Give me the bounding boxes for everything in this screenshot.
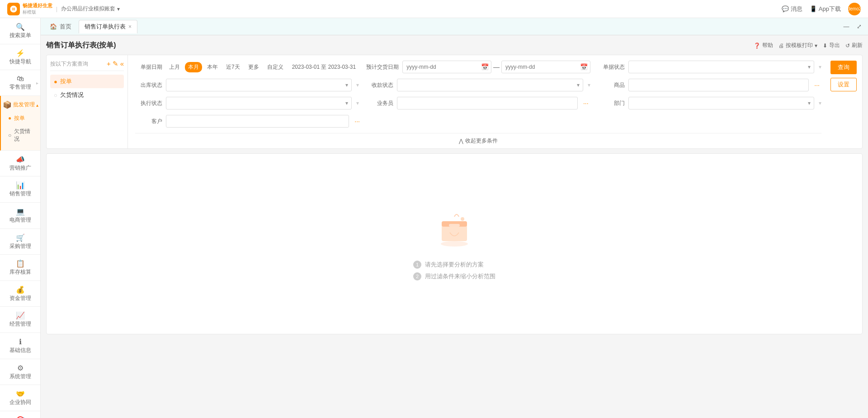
dept-select[interactable]	[628, 97, 814, 109]
sidebar-item-finance[interactable]: 💰 资金管理	[0, 281, 40, 307]
print-button[interactable]: 🖨 按模板打印 ▾	[778, 42, 817, 49]
tab-maximize-button[interactable]: ⤢	[854, 21, 864, 32]
query-button[interactable]: 查询	[830, 61, 857, 74]
period-7days[interactable]: 近7天	[223, 62, 243, 72]
refresh-button[interactable]: ↺ 刷新	[845, 42, 863, 49]
settings-button[interactable]: 设置	[830, 78, 857, 91]
period-more[interactable]: 更多	[245, 62, 262, 72]
filter-customer-item: 客户 ···	[135, 115, 362, 128]
inventory-icon: 📋	[16, 259, 25, 268]
filter-form: 单据日期 上月 本月 本年 近7天 更多 自定义	[128, 55, 829, 148]
marketing-icon: 📣	[16, 155, 25, 164]
operations-icon: 📈	[16, 311, 25, 320]
main-content: 🏠 首页 销售订单执行表 × — ⤢ 销售订单执行表(按单) ❓ 帮助	[41, 18, 868, 418]
page-area: 销售订单执行表(按单) ❓ 帮助 🖨 按模板打印 ▾ ⬇ 导出	[41, 35, 868, 418]
sales-icon: 📊	[16, 181, 25, 190]
filter-row-1: 单据日期 上月 本月 本年 近7天 更多 自定义	[135, 61, 821, 73]
delivery-date-end-wrapper: 📅	[501, 61, 590, 73]
period-last-month[interactable]: 上月	[166, 62, 183, 72]
doc-status-select[interactable]: 全部 草稿 审核中 已审核	[628, 61, 814, 73]
period-custom[interactable]: 自定义	[264, 62, 287, 72]
sidebar-item-ecommerce[interactable]: 💻 电商管理	[0, 203, 40, 229]
help-button[interactable]: ❓ 帮助	[754, 42, 773, 49]
scheme-edit-button[interactable]: ✎	[113, 60, 118, 68]
export-button[interactable]: ⬇ 导出	[823, 42, 840, 49]
message-action[interactable]: 💬 消息	[782, 5, 802, 13]
collab-icon: 🤝	[16, 390, 25, 398]
empty-step-2: 2 用过滤条件来缩小分析范围	[413, 272, 495, 280]
breadcrumb[interactable]: 办公用品行业模拟账套 ▾	[61, 5, 120, 13]
salesman-input[interactable]	[397, 97, 578, 109]
logo-version: 标橙版	[23, 9, 52, 15]
svg-point-0	[441, 241, 468, 247]
scheme-collapse-button[interactable]: «	[120, 60, 124, 68]
exec-status-select[interactable]: 全部 未执行 部分执行 全部执行	[166, 97, 352, 109]
doc-status-label: 单据状态	[598, 63, 625, 71]
sidebar-item-operations[interactable]: 📈 经营管理	[0, 307, 40, 333]
top-bar: 畅捷通好生意 标橙版 | 办公用品行业模拟账套 ▾ 💬 消息 📱 App下载 d…	[0, 0, 868, 18]
layout: 🔍 搜索菜单 ⚡ 快捷导航 🛍 零售管理 ▸ 📦 批发管理 ▴ ● 按单	[0, 0, 868, 418]
retail-icon: 🛍	[17, 75, 24, 83]
exec-status-wrapper: 全部 未执行 部分执行 全部执行	[166, 97, 352, 109]
customer-input[interactable]	[166, 115, 349, 128]
scheme-panel: 按以下方案查询 + ✎ « ● 按单 ○ 欠货情况	[47, 55, 128, 148]
salesman-more-icon[interactable]: ···	[581, 100, 590, 107]
filter-right-wrapper: 单据日期 上月 本月 本年 近7天 更多 自定义	[128, 55, 862, 148]
receipt-status-arrow: ▾	[588, 82, 590, 88]
scheme-item-shortage[interactable]: ○ 欠货情况	[50, 88, 124, 102]
dept-arrow: ▾	[819, 100, 821, 106]
sidebar-item-sales[interactable]: 📊 销售管理	[0, 176, 40, 203]
help-icon: ❓	[754, 43, 760, 49]
tab-sales-order[interactable]: 销售订单执行表 ×	[79, 20, 137, 33]
home-icon: 🏠	[50, 23, 57, 30]
message-icon: 💬	[782, 5, 789, 12]
receipt-status-select[interactable]: 全部 未收款 部分收款 全部收款	[397, 79, 583, 91]
sidebar-item-marketing[interactable]: 📣 营销推广	[0, 151, 40, 177]
period-this-year[interactable]: 本年	[204, 62, 221, 72]
submenu-欠货情况[interactable]: ○ 欠货情况	[3, 125, 38, 146]
sidebar-item-retail[interactable]: 🛍 零售管理 ▸	[0, 70, 40, 96]
page-header: 销售订单执行表(按单) ❓ 帮助 🖨 按模板打印 ▾ ⬇ 导出	[46, 41, 863, 50]
customer-more-icon[interactable]: ···	[353, 118, 362, 125]
collapse-button[interactable]: ⋀ 收起更多条件	[459, 137, 498, 145]
delivery-date-start-input[interactable]	[402, 61, 491, 73]
product-more-icon[interactable]: ···	[812, 81, 821, 89]
calendar-end-icon[interactable]: 📅	[580, 63, 588, 71]
retail-arrow: ▸	[36, 80, 38, 85]
sidebar-item-quick-nav[interactable]: ⚡ 快捷导航	[0, 44, 40, 71]
empty-steps: 1 请先选择要分析的方案 2 用过滤条件来缩小分析范围	[413, 261, 495, 280]
system-icon: ⚙	[17, 364, 24, 372]
collapse-more-section: ⋀ 收起更多条件	[135, 133, 821, 147]
sidebar-item-purchase[interactable]: 🛒 采购管理	[0, 229, 40, 255]
product-input[interactable]	[628, 79, 809, 91]
out-status-select[interactable]: 全部 未出库 部分出库 全部出库	[166, 79, 352, 91]
calendar-start-icon[interactable]: 📅	[481, 63, 489, 71]
sidebar-item-newbie[interactable]: 🎯 新手引导	[0, 411, 40, 418]
user-action[interactable]: demo2	[848, 3, 861, 15]
search-icon: 🔍	[16, 23, 25, 31]
logo-brand: 畅捷通好生意	[23, 2, 52, 9]
delivery-date-end-input[interactable]	[501, 61, 590, 73]
salesman-label: 业务员	[366, 100, 393, 107]
filter-doc-status-item: 单据状态 全部 草稿 审核中 已审核	[598, 61, 821, 73]
tab-close-icon[interactable]: ×	[128, 24, 132, 30]
sidebar-item-collab[interactable]: 🤝 企业协同	[0, 385, 40, 411]
scheme-add-button[interactable]: +	[107, 60, 111, 68]
scheme-item-by-order[interactable]: ● 按单	[50, 75, 124, 88]
sidebar-item-basic-info[interactable]: ℹ 基础信息	[0, 333, 40, 359]
tab-minimize-button[interactable]: —	[841, 21, 852, 32]
out-status-arrow: ▾	[356, 82, 359, 88]
sidebar-item-system[interactable]: ⚙ 系统管理	[0, 359, 40, 385]
submenu-按单[interactable]: ● 按单	[3, 112, 38, 125]
tab-home[interactable]: 🏠 首页	[44, 20, 77, 33]
app-download-action[interactable]: 📱 App下载	[810, 5, 841, 13]
sidebar-item-wholesale[interactable]: 📦 批发管理 ▴ ● 按单 ○ 欠货情况	[0, 96, 40, 151]
filter-out-status-item: 出库状态 全部 未出库 部分出库 全部出库	[135, 79, 359, 91]
sidebar-item-search-menu[interactable]: 🔍 搜索菜单	[0, 18, 40, 44]
date-label: 单据日期	[135, 63, 162, 71]
sidebar-item-inventory[interactable]: 📋 库存核算	[0, 255, 40, 281]
delivery-date-start-wrapper: 📅	[402, 61, 491, 73]
period-this-month[interactable]: 本月	[185, 62, 202, 72]
svg-point-4	[461, 217, 464, 221]
filter-date-item: 单据日期 上月 本月 本年 近7天 更多 自定义	[135, 62, 359, 72]
